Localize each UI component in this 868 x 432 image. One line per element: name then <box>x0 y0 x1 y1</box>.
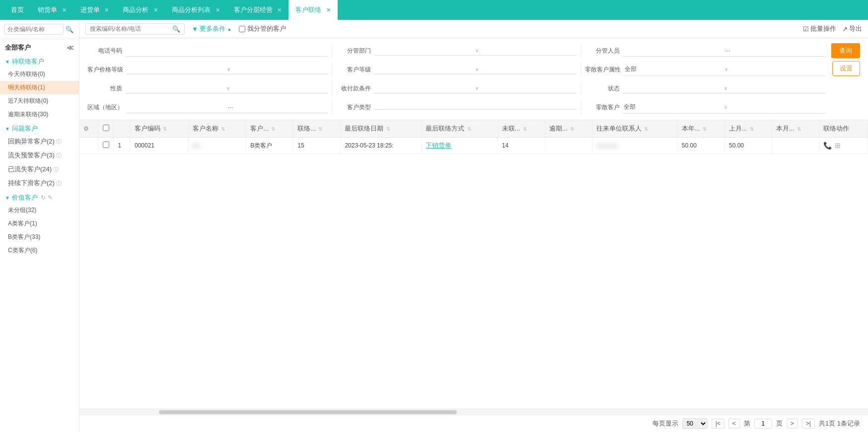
per-page-select[interactable]: 50 20 100 <box>682 418 708 429</box>
th-type[interactable]: 客户... ⇅ <box>246 120 293 138</box>
sidebar-group-problem-customers[interactable]: ▼ 问题客户 <box>0 121 79 135</box>
td-code[interactable]: 000021 <box>130 138 188 154</box>
last-page-btn[interactable]: >| <box>802 419 815 429</box>
close-customer-contact-icon[interactable]: ✕ <box>326 7 331 13</box>
sidebar-group-pending-contact[interactable]: ▼ 待联络客户 <box>0 54 79 68</box>
th-last-month[interactable]: 上月... ⇅ <box>724 120 772 138</box>
sidebar-item-7days-pending[interactable]: 近7天待联络(0) <box>0 94 79 108</box>
sidebar-item-churned[interactable]: 已流失客户(24) ⓘ <box>0 162 79 176</box>
collapse-sidebar-icon[interactable]: ≪ <box>67 44 74 52</box>
filter-row-2: 客户价格等级 ∨ 客户等级 ∨ <box>87 62 825 77</box>
dots-icon-manager[interactable]: ··· <box>725 47 824 54</box>
grid-icon[interactable]: ⊞ <box>835 142 841 149</box>
filter-payment-select[interactable]: ∨ <box>374 83 577 93</box>
sidebar-item-tomorrow-pending[interactable]: 明天待联络(1) <box>0 81 79 94</box>
sidebar-item-class-a[interactable]: A类客户(1) <box>0 217 79 230</box>
th-last-date[interactable]: 最后联络日期 ⇅ <box>341 120 422 138</box>
sidebar-search-icon[interactable]: 🔍 <box>66 26 73 33</box>
next-page-btn[interactable]: > <box>787 419 798 429</box>
sidebar-group-value-customers[interactable]: ▼ 价值客户 ↻ ✎ <box>0 190 79 204</box>
sort-icon-partner: ⇅ <box>644 126 648 132</box>
filter-scattered-select[interactable]: 全部 ∨ <box>623 101 825 114</box>
filter-status-select[interactable]: ∨ <box>623 83 825 93</box>
th-this-month[interactable]: 本月... ⇅ <box>772 120 819 138</box>
nav-home[interactable]: 首页 <box>4 0 31 20</box>
sidebar-item-overdue-pending[interactable]: 逾期未联络(30) <box>0 108 79 121</box>
filter-price-level-select[interactable]: ∨ <box>126 65 328 74</box>
close-sales-order-icon[interactable]: ✕ <box>62 7 67 13</box>
batch-op-btn[interactable]: ☑ 批量操作 <box>803 24 836 33</box>
th-no-contact[interactable]: 未联... ⇅ <box>498 120 545 138</box>
filter-region-select[interactable]: ··· <box>126 102 328 113</box>
close-product-analysis-icon[interactable]: ✕ <box>153 7 158 13</box>
phone-icon[interactable]: 📞 <box>823 142 832 149</box>
filter-customer-attr-label: 零散客户属性 <box>585 66 621 74</box>
close-purchase-order-icon[interactable]: ✕ <box>104 7 109 13</box>
page-number-input[interactable] <box>754 419 772 429</box>
toolbar-search-box[interactable]: 🔍 <box>85 23 185 35</box>
filter-nature-select[interactable]: ∨ <box>125 83 328 93</box>
top-navigation: 首页 销货单 ✕ 进货单 ✕ 商品分析 ✕ 商品分析列表 ✕ 客户分层经营 ✕ … <box>0 0 868 20</box>
filter-customer-level-select[interactable]: ∨ <box>374 65 577 74</box>
query-button[interactable]: 查询 <box>831 43 860 58</box>
nav-product-analysis-list[interactable]: 商品分析列表 ✕ <box>165 0 227 20</box>
filter-nature-label: 性质 <box>87 84 122 93</box>
my-customers-checkbox-label[interactable]: 我分管的客户 <box>239 24 286 33</box>
th-partner[interactable]: 往来单位联系人 ⇅ <box>592 120 678 138</box>
prev-page-btn[interactable]: < <box>728 419 740 429</box>
all-customers-header[interactable]: 全部客户 ≪ <box>0 39 79 54</box>
filter-phone-input[interactable] <box>125 45 328 57</box>
filter-manager-select[interactable]: ··· <box>623 45 825 57</box>
more-conditions-btn[interactable]: ▼ 更多条件 ▲ <box>189 23 235 35</box>
sidebar-search-area: 🔍 <box>0 20 79 39</box>
nav-product-analysis[interactable]: 商品分析 ✕ <box>116 0 165 20</box>
scroll-thumb[interactable] <box>159 410 457 414</box>
filter-dept-select[interactable]: ∨ <box>374 46 577 56</box>
sidebar-item-repurchase-abnormal[interactable]: 回购异常客户(2) ⓘ <box>0 135 79 148</box>
sidebar-item-ungrouped[interactable]: 未分组(32) <box>0 204 79 217</box>
sidebar-item-declining[interactable]: 持续下滑客户(2) ⓘ <box>0 176 79 190</box>
filter-payment: 收付款条件 ∨ <box>336 83 577 93</box>
th-checkbox[interactable] <box>99 120 114 138</box>
td-last-method[interactable]: 下销货单 <box>422 138 498 154</box>
th-last-method[interactable]: 最后联络方式 ⇅ <box>422 120 498 138</box>
select-all-checkbox[interactable] <box>103 125 109 131</box>
sidebar-item-churn-warning[interactable]: 流失预警客户(3) ⓘ <box>0 148 79 162</box>
sidebar-item-class-c[interactable]: C类客户(6) <box>0 244 79 257</box>
th-this-year[interactable]: 本年... ⇅ <box>677 120 724 138</box>
nav-customer-tier[interactable]: 客户分层经营 ✕ <box>227 0 289 20</box>
edit-icon[interactable]: ✎ <box>48 194 53 201</box>
th-overdue[interactable]: 逾期... ⇅ <box>545 120 592 138</box>
filter-scattered: 零散客户 全部 ∨ <box>585 101 825 114</box>
row-checkbox[interactable] <box>103 142 109 148</box>
th-gear[interactable]: ⚙ <box>79 120 99 138</box>
nav-purchase-order[interactable]: 进货单 ✕ <box>73 0 116 20</box>
filter-customer-attr-select[interactable]: 全部 ∨ <box>624 63 825 76</box>
th-code[interactable]: 客户编码 ⇅ <box>130 120 188 138</box>
nav-customer-contact[interactable]: 客户联络 ✕ <box>289 0 338 20</box>
nav-sales-order[interactable]: 销货单 ✕ <box>31 0 73 20</box>
horizontal-scrollbar[interactable] <box>79 409 868 415</box>
sidebar-search-input[interactable] <box>4 24 64 35</box>
sidebar: 🔍 全部客户 ≪ ▼ 待联络客户 今天待联络(0) 明天待联络(1) 近7天待联… <box>0 20 79 432</box>
content-area: 🔍 ▼ 更多条件 ▲ 我分管的客户 ☑ 批量操作 ↗ 导出 <box>79 20 868 432</box>
search-icon-toolbar[interactable]: 🔍 <box>172 25 180 33</box>
my-customers-checkbox[interactable] <box>239 26 245 32</box>
table-header-row: ⚙ 客户编码 ⇅ 客户名称 ⇅ 客户... ⇅ <box>79 120 868 138</box>
refresh-icon[interactable]: ↻ <box>41 194 46 201</box>
th-name[interactable]: 客户名称 ⇅ <box>188 120 246 138</box>
sidebar-item-class-b[interactable]: B类客户(33) <box>0 230 79 244</box>
set-button[interactable]: 设置 <box>832 61 860 76</box>
page-suffix: 页 <box>776 419 783 428</box>
dots-icon-region[interactable]: ··· <box>228 104 327 111</box>
close-customer-tier-icon[interactable]: ✕ <box>277 7 282 13</box>
filter-row-1: 电话号码 分管部门 ∨ 分管人员 <box>87 43 825 58</box>
export-btn[interactable]: ↗ 导出 <box>842 24 862 33</box>
th-contact-count[interactable]: 联络... ⇅ <box>293 120 341 138</box>
close-product-analysis-list-icon[interactable]: ✕ <box>216 7 220 13</box>
filter-customer-type-select[interactable] <box>374 105 577 110</box>
first-page-btn[interactable]: |< <box>712 419 724 429</box>
sidebar-item-today-pending[interactable]: 今天待联络(0) <box>0 68 79 81</box>
td-checkbox[interactable] <box>99 138 114 154</box>
search-input[interactable] <box>90 25 172 32</box>
